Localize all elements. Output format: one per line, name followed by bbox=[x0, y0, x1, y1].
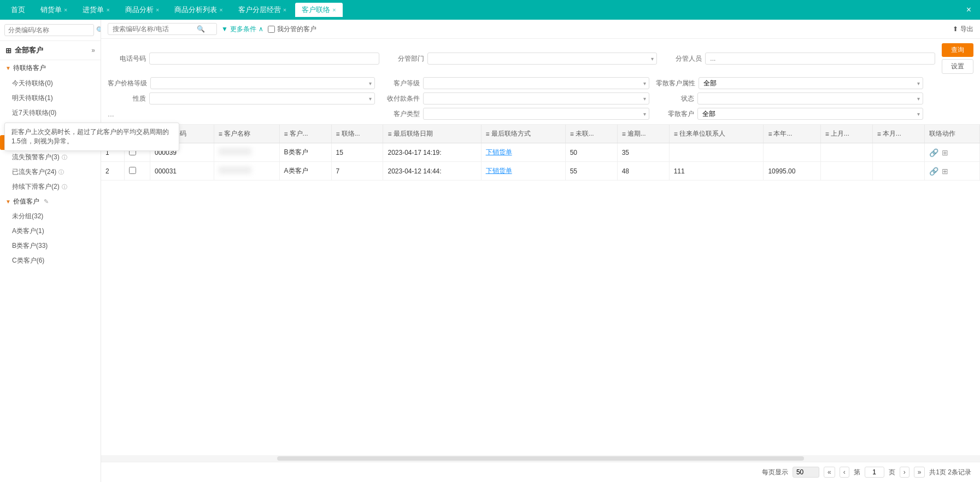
sidebar-item-7days[interactable]: 近7天待联络(0) bbox=[0, 106, 101, 120]
filter-customer-grade-select[interactable] bbox=[423, 77, 649, 89]
row2-check[interactable] bbox=[129, 167, 136, 174]
filter-price-grade-select[interactable] bbox=[150, 77, 375, 89]
row1-method-link[interactable]: 下销货单 bbox=[486, 148, 512, 156]
row1-last-method: 下销货单 bbox=[481, 143, 565, 162]
sidebar-collapse-icon[interactable]: » bbox=[91, 47, 95, 54]
arrow-icon-value: ▼ bbox=[5, 199, 11, 205]
col-type-header[interactable]: ≡ 客户... bbox=[279, 125, 331, 143]
col-name-header[interactable]: ≡ 客户名称 bbox=[214, 125, 279, 143]
nav-product-analysis-list-close[interactable]: × bbox=[219, 7, 222, 13]
sidebar-item-class-b[interactable]: B类客户(33) bbox=[0, 239, 101, 253]
row2-link-action[interactable]: 🔗 bbox=[929, 167, 938, 176]
sidebar-item-class-a[interactable]: A类客户(1) bbox=[0, 224, 101, 239]
sidebar-group-value-customers[interactable]: ▼ 价值客户 ✎ bbox=[0, 194, 101, 209]
row2-overdue: 48 bbox=[617, 162, 669, 181]
col-contact-person-sort: ≡ bbox=[674, 130, 678, 138]
filter-status-select[interactable] bbox=[697, 92, 923, 104]
row2-last-method: 下销货单 bbox=[481, 162, 565, 181]
horizontal-scrollbar[interactable] bbox=[101, 455, 980, 462]
nav-customer-segment[interactable]: 客户分层经营 × bbox=[232, 3, 293, 17]
nav-purchase-close[interactable]: × bbox=[106, 7, 109, 13]
row1-link-action[interactable]: 🔗 bbox=[929, 148, 938, 157]
row1-grid-action[interactable]: ⊞ bbox=[942, 148, 948, 157]
filter-status-label: 状态 bbox=[656, 94, 694, 103]
my-customers-check[interactable] bbox=[268, 26, 275, 33]
nav-product-analysis[interactable]: 商品分析 × bbox=[119, 3, 166, 17]
setting-button[interactable]: 设置 bbox=[942, 59, 973, 74]
first-page-btn[interactable]: « bbox=[824, 467, 835, 478]
row2-grid-action[interactable]: ⊞ bbox=[942, 167, 948, 176]
prev-page-btn[interactable]: ‹ bbox=[840, 467, 849, 478]
per-page-select[interactable]: 20 50 100 bbox=[793, 467, 819, 478]
col-contact-person-header[interactable]: ≡ 往来单位联系人 bbox=[669, 125, 764, 143]
filter-person: 分管人员 bbox=[664, 53, 935, 65]
current-page-input[interactable] bbox=[865, 467, 884, 478]
filter-scatter-customer-select[interactable]: 全部 bbox=[697, 108, 923, 120]
row1-no-contact: 50 bbox=[565, 143, 617, 162]
nav-product-analysis-list[interactable]: 商品分析列表 × bbox=[168, 3, 229, 17]
row2-last-date: 2023-04-12 14:44: bbox=[383, 162, 481, 181]
filter-payment-select[interactable] bbox=[423, 92, 649, 104]
nav-sales-close[interactable]: × bbox=[64, 7, 67, 13]
row1-this-month bbox=[872, 143, 924, 162]
col-this-month-header[interactable]: ≡ 本月... bbox=[872, 125, 924, 143]
filter-customer-type-select[interactable] bbox=[423, 108, 649, 120]
sidebar-section-pending[interactable]: ▼ 待联络客户 bbox=[0, 60, 101, 76]
nav-customer-segment-close[interactable]: × bbox=[283, 7, 286, 13]
sidebar-item-loss-warning[interactable]: 流失预警客户(3) ⓘ bbox=[0, 150, 101, 165]
export-button[interactable]: ⬆ 导出 bbox=[953, 25, 973, 34]
sidebar-item-lost-customers[interactable]: 已流失客户(24) ⓘ bbox=[0, 165, 101, 179]
sidebar-all-customers[interactable]: ⊞ 全部客户 » bbox=[0, 41, 101, 60]
row1-last-date: 2023-04-17 14:19: bbox=[383, 143, 481, 162]
col-overdue-header[interactable]: ≡ 逾期... bbox=[617, 125, 669, 143]
sidebar-search-icon[interactable]: 🔍 bbox=[96, 26, 101, 34]
filter-scatter-attr-select[interactable]: 全部 bbox=[699, 77, 923, 89]
nav-home[interactable]: 首页 bbox=[4, 3, 32, 17]
row2-method-link[interactable]: 下销货单 bbox=[486, 167, 512, 175]
last-page-btn[interactable]: » bbox=[914, 467, 925, 478]
filter-person-input[interactable] bbox=[705, 53, 935, 65]
search-box: 🔍 bbox=[108, 23, 217, 35]
advanced-filter: 电话号码 分管部门 ▾ 分管人员 查询 设置 bbox=[101, 39, 980, 125]
col-contacts-header[interactable]: ≡ 联络... bbox=[331, 125, 383, 143]
col-type-sort: ≡ bbox=[284, 130, 288, 138]
main-search-icon[interactable]: 🔍 bbox=[197, 25, 205, 33]
col-last-date-header[interactable]: ≡ 最后联络日期 bbox=[383, 125, 481, 143]
row2-no-contact: 55 bbox=[565, 162, 617, 181]
nav-customer-contact-close[interactable]: × bbox=[332, 7, 336, 13]
more-conditions-btn[interactable]: ▼ 更多条件 ∧ bbox=[221, 25, 263, 34]
row2-actions: 🔗 ⊞ bbox=[924, 162, 979, 181]
sidebar-item-declining[interactable]: 持续下滑客户(2) ⓘ bbox=[0, 179, 101, 194]
window-close-button[interactable]: × bbox=[962, 3, 976, 17]
col-this-year-header[interactable]: ≡ 本年... bbox=[764, 125, 820, 143]
filter-phone-input[interactable] bbox=[149, 53, 379, 65]
nav-purchase[interactable]: 进货单 × bbox=[76, 3, 116, 17]
filter-row-2: 客户价格等级 ▾ 客户等级 ▾ 零散客户属性 bbox=[108, 77, 973, 89]
sidebar-item-class-c[interactable]: C类客户(6) bbox=[0, 253, 101, 268]
sidebar-item-today[interactable]: 今天待联络(0) bbox=[0, 76, 101, 91]
col-no-contact-header[interactable]: ≡ 未联... bbox=[565, 125, 617, 143]
filter-more-dots[interactable]: ... bbox=[108, 109, 114, 118]
edit-icon[interactable]: ✎ bbox=[44, 198, 49, 205]
row1-this-year bbox=[764, 143, 820, 162]
row1-overdue: 35 bbox=[617, 143, 669, 162]
nav-sales[interactable]: 销货单 × bbox=[34, 3, 74, 17]
filter-dept-select[interactable] bbox=[427, 53, 658, 65]
sidebar-item-tomorrow[interactable]: 明天待联络(1) bbox=[0, 91, 101, 106]
nav-product-analysis-close[interactable]: × bbox=[156, 7, 159, 13]
top-navigation: 首页 销货单 × 进货单 × 商品分析 × 商品分析列表 × 客户分层经营 × … bbox=[0, 0, 980, 20]
nav-customer-contact[interactable]: 客户联络 × bbox=[295, 3, 342, 17]
filter-nature-select[interactable] bbox=[149, 92, 375, 104]
col-last-month-header[interactable]: ≡ 上月... bbox=[820, 125, 872, 143]
sidebar-item-ungrouped[interactable]: 未分组(32) bbox=[0, 209, 101, 224]
my-customers-checkbox[interactable]: 我分管的客户 bbox=[268, 25, 316, 34]
sidebar-search-input[interactable] bbox=[4, 24, 94, 36]
main-search-input[interactable] bbox=[113, 25, 195, 33]
sidebar: 🔍 ⊞ 全部客户 » ▼ 待联络客户 今天待联络(0) 明天待联络(1) 近7天… bbox=[0, 20, 101, 482]
query-button[interactable]: 查询 bbox=[942, 43, 973, 57]
col-last-method-header[interactable]: ≡ 最后联络方式 bbox=[481, 125, 565, 143]
next-page-btn[interactable]: › bbox=[900, 467, 909, 478]
filter-phone: 电话号码 bbox=[108, 53, 379, 65]
row2-type: A类客户 bbox=[279, 162, 331, 181]
col-name-sort: ≡ bbox=[219, 130, 222, 138]
